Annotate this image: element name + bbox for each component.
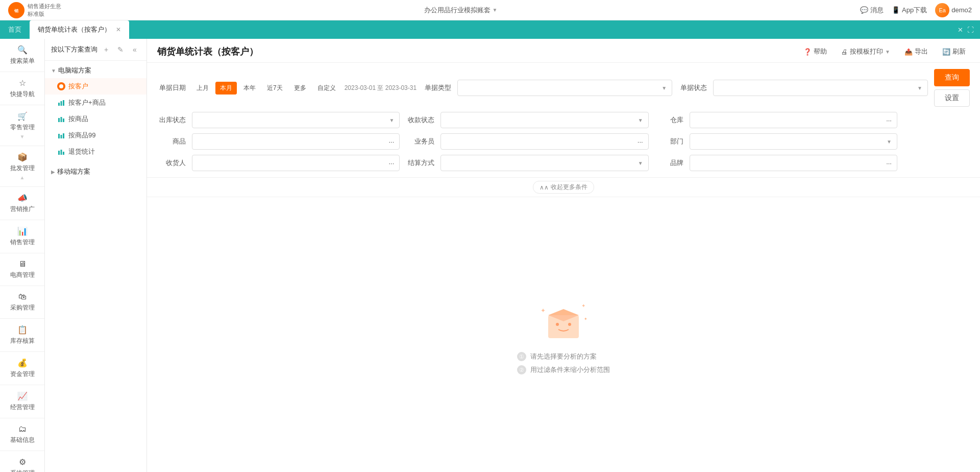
empty-msg-1: ① 请先选择要分析的方案 <box>517 352 610 361</box>
add-icon: + <box>104 45 108 54</box>
svg-rect-3 <box>58 103 60 106</box>
date-range-display: 2023-03-01 至 2023-03-31 <box>345 84 416 92</box>
title-actions: ❓ 帮助 🖨 按模板打印 ▼ 📤 导出 🔄 刷新 <box>799 45 970 58</box>
desktop-group-title[interactable]: ▼ 电脑端方案 <box>45 63 146 78</box>
scheme-item-by-product[interactable]: 按商品 <box>45 111 146 127</box>
purchase-icon: 🛍 <box>18 292 27 301</box>
collapse-icon: « <box>133 45 137 54</box>
sidebar-item-shortcut[interactable]: ☆ 快捷导航 <box>0 72 44 105</box>
this-month-btn[interactable]: 本月 <box>215 82 237 95</box>
close-window-icon[interactable]: ✕ <box>958 26 963 34</box>
report-area: 销货单统计表（按客户） ❓ 帮助 🖨 按模板打印 ▼ 📤 导出 <box>147 39 980 472</box>
empty-msg-2: ② 用过滤条件来缩小分析范围 <box>517 365 610 374</box>
main-layout: 🔍 搜索菜单 ☆ 快捷导航 🛒 零售管理 ▼ 📦 批发管理 ▲ 📣 营销推广 📊… <box>0 39 980 472</box>
order-type-dropdown-icon: ▼ <box>662 85 667 91</box>
receipt-status-select[interactable]: ▼ <box>440 112 648 128</box>
settlement-dropdown-icon: ▼ <box>638 160 643 166</box>
last-7-days-btn[interactable]: 近7天 <box>262 82 287 95</box>
sidebar-item-marketing[interactable]: 📣 营销推广 <box>0 187 44 220</box>
desktop-group-arrow-icon: ▼ <box>51 68 56 74</box>
sidebar-item-retail[interactable]: 🛒 零售管理 ▼ <box>0 105 44 146</box>
mobile-group-title[interactable]: ▶ 移动端方案 <box>45 164 146 179</box>
tab-close-icon[interactable]: ✕ <box>116 26 121 33</box>
svg-rect-14 <box>63 152 64 155</box>
app-download-icon: 📱 <box>892 6 900 14</box>
settlement-select[interactable]: ▼ <box>440 155 648 171</box>
search-icon: 🔍 <box>17 45 28 55</box>
sidebar-item-wholesale[interactable]: 📦 批发管理 ▲ <box>0 146 44 187</box>
sidebar-item-purchase[interactable]: 🛍 采购管理 <box>0 286 44 319</box>
sidebar-item-sales[interactable]: 📊 销售管理 <box>0 220 44 253</box>
more-btn[interactable]: 更多 <box>289 82 311 95</box>
empty-illustration: ✦ ✦ ✦ <box>533 295 594 346</box>
svg-rect-6 <box>58 118 60 122</box>
out-status-select[interactable]: ▼ <box>192 112 400 128</box>
scheme-item-customer-product[interactable]: 按客户+商品 <box>45 95 146 111</box>
scheme-header: 按以下方案查询 + ✎ « <box>45 39 146 61</box>
svg-rect-4 <box>61 101 62 106</box>
collapse-scheme-btn[interactable]: « <box>129 44 140 55</box>
logo-area: 销 销售通好生意 标准版 <box>8 2 61 18</box>
brand-label: 品牌 <box>655 158 683 168</box>
header-right: 💬 消息 📱 App下载 Ea demo2 <box>860 3 972 17</box>
product-label: 商品 <box>157 137 186 146</box>
scheme-item-by-customer[interactable]: 按客户 <box>45 78 146 95</box>
tab-sales-report[interactable]: 销货单统计表（按客户） ✕ <box>30 20 129 39</box>
receiver-label: 收货人 <box>157 158 186 168</box>
refresh-btn[interactable]: 🔄 刷新 <box>938 45 970 58</box>
maximize-window-icon[interactable]: ⛶ <box>967 26 974 34</box>
last-month-btn[interactable]: 上月 <box>192 82 213 95</box>
query-btn[interactable]: 查询 <box>934 69 970 86</box>
wholesale-icon: 📦 <box>17 152 28 162</box>
department-dropdown-icon: ▼ <box>887 139 892 145</box>
scheme-item-return-stats[interactable]: 退货统计 <box>45 144 146 160</box>
empty-state: ✦ ✦ ✦ ① 请先选择要分析的方案 ② 用过滤条件来缩小分析范围 <box>147 197 980 472</box>
sidebar-item-system[interactable]: ⚙ 系统管理 <box>0 451 44 472</box>
sidebar-item-finance[interactable]: 💰 资金管理 <box>0 352 44 385</box>
custom-btn[interactable]: 自定义 <box>313 82 340 95</box>
sidebar-item-operation[interactable]: 📈 经营管理 <box>0 385 44 418</box>
export-btn[interactable]: 📤 导出 <box>900 45 932 58</box>
app-title-area[interactable]: 办公用品行业模拟账套 ▼ <box>424 6 498 15</box>
desktop-scheme-group: ▼ 电脑端方案 按客户 按客户+商品 <box>45 61 146 162</box>
sidebar-item-ecommerce[interactable]: 🖥 电商管理 <box>0 253 44 286</box>
product-input[interactable]: ··· <box>192 133 400 150</box>
sidebar-item-basic[interactable]: 🗂 基础信息 <box>0 418 44 451</box>
salesman-label: 业务员 <box>406 137 434 146</box>
basic-icon: 🗂 <box>18 424 27 434</box>
top-header: 销 销售通好生意 标准版 办公用品行业模拟账套 ▼ 💬 消息 📱 App下载 E… <box>0 0 980 20</box>
svg-rect-11 <box>63 133 64 138</box>
department-select[interactable]: ▼ <box>690 133 897 150</box>
collapse-conditions-btn[interactable]: ∧∧ 收起更多条件 <box>533 181 594 194</box>
receiver-input[interactable]: ··· <box>192 155 400 171</box>
scheme-header-title: 按以下方案查询 <box>51 45 97 54</box>
this-year-btn[interactable]: 本年 <box>239 82 260 95</box>
svg-point-2 <box>59 84 63 88</box>
brand-input[interactable]: ··· <box>690 155 897 171</box>
warehouse-input[interactable]: ··· <box>690 112 897 128</box>
order-type-select[interactable]: ▼ <box>457 80 672 96</box>
app-download-btn[interactable]: 📱 App下载 <box>892 6 927 15</box>
system-icon: ⚙ <box>19 457 26 467</box>
edit-scheme-btn[interactable]: ✎ <box>115 44 126 55</box>
salesman-input[interactable]: ··· <box>440 133 648 150</box>
order-status-select[interactable]: ▼ <box>713 80 928 96</box>
user-area[interactable]: Ea demo2 <box>935 3 972 17</box>
sidebar-item-inventory[interactable]: 📋 库存核算 <box>0 319 44 352</box>
message-btn[interactable]: 💬 消息 <box>860 6 884 15</box>
scheme-item-product-99[interactable]: 按商品99 <box>45 127 146 144</box>
retail-icon: 🛒 <box>17 111 28 121</box>
help-btn[interactable]: ❓ 帮助 <box>799 45 831 58</box>
tab-home[interactable]: 首页 <box>0 20 30 39</box>
collapse-bar: ∧∧ 收起更多条件 <box>147 178 980 197</box>
template-print-btn[interactable]: 🖨 按模板打印 ▼ <box>837 45 894 58</box>
svg-rect-9 <box>58 134 60 138</box>
add-scheme-btn[interactable]: + <box>101 44 112 55</box>
sidebar-item-search[interactable]: 🔍 搜索菜单 <box>0 39 44 72</box>
collapse-up-icon: ∧∧ <box>540 184 549 191</box>
date-group: 上月 本月 本年 近7天 更多 自定义 2023-03-01 至 2023-03… <box>192 82 416 95</box>
scheme-panel: 按以下方案查询 + ✎ « ▼ 电脑端方案 <box>45 39 147 472</box>
warehouse-label: 仓库 <box>655 115 683 125</box>
svg-text:✦: ✦ <box>581 303 585 309</box>
settings-btn[interactable]: 设置 <box>934 89 970 107</box>
